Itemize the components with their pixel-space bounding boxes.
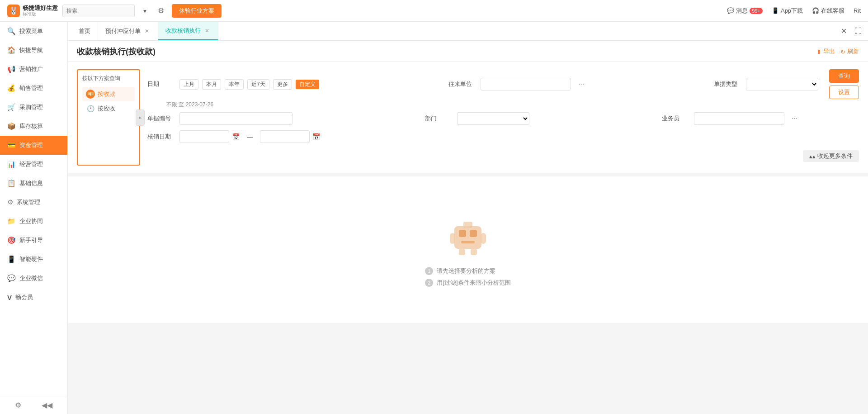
counterparty-input[interactable] — [481, 78, 571, 90]
sidebar-item-basic-info[interactable]: 📋 基础信息 — [0, 174, 67, 193]
message-icon: 💬 — [727, 7, 734, 14]
date-label: 日期 — [147, 80, 172, 88]
page-header: 收款核销执行(按收款) ⬆ 导出 ↻ 刷新 — [68, 41, 868, 62]
header-settings-btn[interactable]: ⚙ — [155, 5, 167, 17]
date-btn-last-month[interactable]: 上月 — [179, 79, 198, 90]
sidebar-item-search-menu[interactable]: 🔍 搜索菜单 — [0, 22, 67, 41]
message-label: 消息 — [736, 7, 748, 15]
sidebar-item-sales[interactable]: 💰 销售管理 — [0, 79, 67, 98]
step-2-text: 用[过滤]条件来缩小分析范围 — [437, 279, 510, 287]
app-icon: 📱 — [772, 7, 779, 14]
filter-settings-btn[interactable]: 设置 — [829, 86, 859, 99]
writeoff-date-end-cal[interactable]: 📅 — [312, 133, 320, 140]
tab-collection-label: 收款核销执行 — [165, 27, 201, 35]
tab-collection[interactable]: 收款核销执行 ✕ — [158, 22, 218, 40]
page-content: 收款核销执行(按收款) ⬆ 导出 ↻ 刷新 按以下方案查询 — [68, 41, 868, 414]
sidebar-item-system[interactable]: ⚙ 系统管理 — [0, 193, 67, 212]
industry-btn[interactable]: 休验行业方案 — [172, 4, 222, 18]
sidebar-settings-btn[interactable]: ⚙ — [15, 401, 21, 409]
bill-type-label: 单据类型 — [714, 80, 739, 88]
sidebar-item-inventory[interactable]: 📦 库存核算 — [0, 117, 67, 136]
counterparty-dots[interactable]: ··· — [578, 80, 584, 88]
refresh-btn[interactable]: ↻ 刷新 — [840, 48, 859, 56]
top-header: 🐰 畅捷通好生意 标准版 ▾ ⚙ 休验行业方案 💬 消息 99+ 📱 App下载… — [0, 0, 868, 22]
vip-icon: V — [7, 294, 12, 301]
by-collection-label: 按收款 — [98, 90, 115, 98]
date-custom-badge[interactable]: 自定义 — [296, 80, 319, 89]
empty-step-2: 2 用[过滤]条件来缩小分析范围 — [425, 279, 510, 287]
tab-collection-close[interactable]: ✕ — [203, 27, 211, 34]
sidebar-item-marketing[interactable]: 📢 营销推广 — [0, 60, 67, 79]
sidebar-item-purchase[interactable]: 🛒 采购管理 — [0, 98, 67, 117]
sidebar-item-quick-nav[interactable]: 🏠 快捷导航 — [0, 41, 67, 60]
sidebar-item-hardware[interactable]: 📱 智能硬件 — [0, 250, 67, 269]
app-download-label: App下载 — [781, 7, 803, 15]
header-search-input[interactable] — [62, 5, 135, 17]
app-download-action[interactable]: 📱 App下载 — [772, 7, 803, 15]
empty-step-1: 1 请先选择要分析的方案 — [425, 267, 510, 275]
main-layout: 🔍 搜索菜单 🏠 快捷导航 📢 营销推广 💰 销售管理 🛒 采购管理 📦 库存核… — [0, 22, 868, 414]
inventory-icon: 📦 — [7, 122, 16, 130]
filter-sidebar-collapse-btn[interactable]: « — [136, 109, 145, 126]
collapse-more-btn[interactable]: ▴▴ 收起更多条件 — [803, 150, 859, 162]
tab-close-all-btn[interactable]: ✕ — [837, 25, 850, 38]
tab-home[interactable]: 首页 — [71, 22, 98, 40]
sidebar-label-marketing: 营销推广 — [19, 65, 43, 73]
sidebar-label-purchase: 采购管理 — [19, 103, 43, 111]
export-btn[interactable]: ⬆ 导出 — [816, 48, 835, 56]
bill-number-input[interactable] — [179, 112, 292, 125]
filter-option-by-collection[interactable]: 💴 按收款 — [82, 87, 135, 101]
writeoff-date-start-cal[interactable]: 📅 — [232, 133, 240, 140]
sidebar-item-finance[interactable]: 💳 资金管理 — [0, 136, 67, 155]
staff-input[interactable] — [694, 112, 784, 125]
filter-actions-col: 查询 设置 — [829, 69, 859, 99]
sidebar-collapse-btn[interactable]: ◀◀ — [42, 401, 52, 409]
tab-bar: 首页 预付冲应付单 ✕ 收款核销执行 ✕ ✕ ⛶ — [68, 22, 868, 41]
sidebar-item-guide[interactable]: 🎯 新手引导 — [0, 231, 67, 250]
tab-bar-right: ✕ ⛶ — [837, 25, 864, 38]
step-1-num: 1 — [425, 267, 433, 275]
by-collection-icon: 💴 — [86, 90, 95, 99]
writeoff-date-start-input[interactable]: 2023-03-01 — [179, 130, 229, 143]
sidebar-item-enterprise[interactable]: 📁 企业协同 — [0, 212, 67, 231]
writeoff-date-label: 核销日期 — [147, 133, 172, 141]
online-service-action[interactable]: 🎧 在线客服 — [812, 7, 844, 15]
sidebar-label-search-menu: 搜索菜单 — [19, 27, 43, 35]
purchase-icon: 🛒 — [7, 103, 16, 111]
logo-area: 🐰 畅捷通好生意 标准版 — [7, 5, 58, 17]
svg-rect-7 — [459, 249, 465, 255]
sidebar-label-sales: 销售管理 — [19, 84, 43, 92]
sidebar-item-operations[interactable]: 📊 经营管理 — [0, 155, 67, 174]
filter-date-group: 上月 本月 本年 近7天 更多 自定义 — [179, 79, 319, 90]
svg-rect-0 — [454, 226, 481, 249]
staff-label: 业务员 — [662, 114, 687, 123]
wechat-icon: 💬 — [7, 274, 16, 282]
tab-prepay-close[interactable]: ✕ — [143, 28, 151, 35]
tab-prepay[interactable]: 预付冲应付单 ✕ — [98, 22, 158, 40]
filter-row-1: 日期 上月 本月 本年 近7天 更多 自定义 往来单位 ··· — [147, 69, 859, 99]
date-btn-this-month[interactable]: 本月 — [202, 79, 221, 90]
bill-type-select[interactable] — [746, 78, 818, 90]
filter-option-by-receivable[interactable]: 🕐 按应收 — [82, 101, 135, 116]
collapse-more-icon: ▴▴ — [809, 153, 816, 160]
message-badge: 99+ — [750, 8, 763, 14]
refresh-label: 刷新 — [847, 48, 859, 56]
tab-expand-btn[interactable]: ⛶ — [852, 25, 864, 38]
staff-dots[interactable]: ··· — [792, 114, 797, 123]
writeoff-date-end-input[interactable]: 2023-07-21 — [260, 130, 310, 143]
query-btn[interactable]: 查询 — [829, 69, 859, 83]
date-btn-this-year[interactable]: 本年 — [225, 79, 244, 90]
user-name[interactable]: Rit — [854, 7, 861, 14]
dept-select[interactable] — [457, 112, 529, 125]
message-action[interactable]: 💬 消息 99+ — [727, 7, 763, 15]
sidebar-label-quick-nav: 快捷导航 — [19, 46, 43, 54]
guide-icon: 🎯 — [7, 236, 16, 244]
date-btn-more[interactable]: 更多 — [273, 79, 292, 90]
sales-icon: 💰 — [7, 84, 16, 92]
date-btn-last-7days[interactable]: 近7天 — [247, 79, 269, 90]
header-dropdown-btn[interactable]: ▾ — [139, 5, 150, 16]
sidebar-item-vip[interactable]: V 畅会员 — [0, 288, 67, 307]
collapse-more-label: 收起更多条件 — [817, 152, 853, 160]
sidebar-item-wechat[interactable]: 💬 企业微信 — [0, 269, 67, 288]
step-2-num: 2 — [425, 279, 433, 287]
